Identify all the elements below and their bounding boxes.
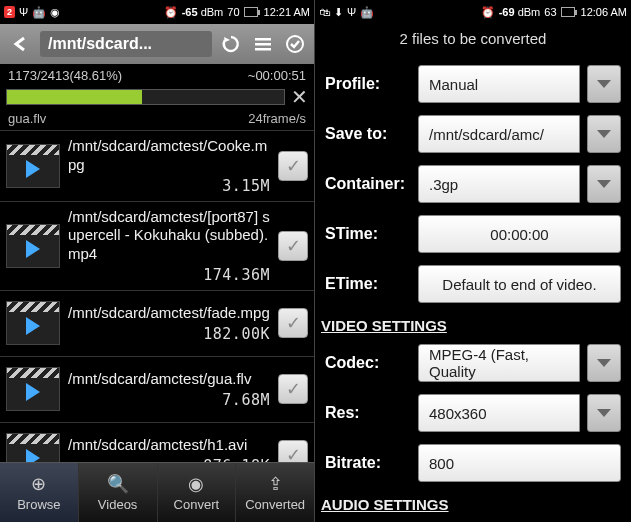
usb-icon: Ψ bbox=[347, 6, 356, 18]
label-bitrate: Bitrate: bbox=[325, 454, 410, 472]
checkmark-icon: ✓ bbox=[286, 155, 301, 177]
file-list[interactable]: /mnt/sdcard/amctest/Cooke.mpg 3.15M ✓ /m… bbox=[0, 130, 314, 488]
file-path: /mnt/sdcard/amctest/gua.flv bbox=[68, 370, 270, 389]
progress-meta: gua.flv 24frame/s bbox=[0, 111, 314, 130]
list-item[interactable]: /mnt/sdcard/amctest/fade.mpg 182.00K ✓ bbox=[0, 290, 314, 356]
bottom-nav: ⊕ Browse 🔍 Videos ◉ Convert ⇪ Converted bbox=[0, 462, 314, 522]
progress-counter: 1173/2413(48.61%) bbox=[8, 68, 122, 83]
download-icon: ⬇ bbox=[334, 6, 343, 19]
profile-select[interactable]: Manual bbox=[418, 65, 580, 103]
profile-dropdown-button[interactable] bbox=[587, 65, 621, 103]
video-thumb-icon bbox=[6, 301, 60, 345]
label-stime: STime: bbox=[325, 225, 410, 243]
chevron-down-icon bbox=[597, 80, 611, 88]
file-path: /mnt/sdcard/amctest/[port87] supercell -… bbox=[68, 208, 270, 264]
battery-pct: 63 bbox=[544, 6, 556, 18]
audio-settings-header: AUDIO SETTINGS bbox=[315, 488, 631, 517]
browse-icon: ⊕ bbox=[31, 473, 46, 495]
file-path: /mnt/sdcard/amctest/fade.mpg bbox=[68, 304, 270, 323]
label-codec: Codec: bbox=[325, 354, 410, 372]
svg-rect-0 bbox=[255, 38, 271, 41]
battery-icon bbox=[244, 7, 260, 17]
convert-settings-screen: 🛍 ⬇ Ψ 🤖 ⏰ -69 dBm 63 12:06 AM 2 files to… bbox=[315, 0, 631, 522]
file-path: /mnt/sdcard/amctest/Cooke.mpg bbox=[68, 137, 270, 175]
list-item[interactable]: /mnt/sdcard/amctest/gua.flv 7.68M ✓ bbox=[0, 356, 314, 422]
check-all-button[interactable] bbox=[282, 31, 308, 57]
label-etime: ETime: bbox=[325, 275, 410, 293]
toolbar: /mnt/sdcard... bbox=[0, 24, 314, 64]
back-button[interactable] bbox=[6, 30, 34, 58]
nav-label: Videos bbox=[98, 497, 138, 512]
res-select[interactable]: 480x360 bbox=[418, 394, 580, 432]
svg-rect-2 bbox=[255, 48, 271, 51]
list-item[interactable]: /mnt/sdcard/amctest/[port87] supercell -… bbox=[0, 201, 314, 290]
battery-pct: 70 bbox=[227, 6, 239, 18]
file-size: 3.15M bbox=[68, 177, 270, 195]
clock: 12:06 AM bbox=[581, 6, 627, 18]
android-icon: 🤖 bbox=[32, 6, 46, 19]
refresh-button[interactable] bbox=[218, 31, 244, 57]
stime-field[interactable]: 00:00:00 bbox=[418, 215, 621, 253]
file-size: 174.36M bbox=[68, 266, 270, 284]
file-checkbox[interactable]: ✓ bbox=[278, 151, 308, 181]
current-file: gua.flv bbox=[8, 111, 46, 126]
search-icon: 🔍 bbox=[107, 473, 129, 495]
codec-dropdown-button[interactable] bbox=[587, 344, 621, 382]
convert-queue-count: 2 files to be converted bbox=[315, 24, 631, 59]
codec-select[interactable]: MPEG-4 (Fast, Quality bbox=[418, 344, 580, 382]
usb-icon: Ψ bbox=[19, 6, 28, 18]
nav-label: Converted bbox=[245, 497, 305, 512]
label-saveto: Save to: bbox=[325, 125, 410, 143]
nav-converted[interactable]: ⇪ Converted bbox=[236, 463, 314, 522]
file-checkbox[interactable]: ✓ bbox=[278, 231, 308, 261]
video-thumb-icon bbox=[6, 367, 60, 411]
converted-icon: ⇪ bbox=[268, 473, 283, 495]
browse-screen: 2 Ψ 🤖 ◉ ⏰ -65 dBm 70 12:21 AM /mnt/sdcar… bbox=[0, 0, 315, 522]
container-dropdown-button[interactable] bbox=[587, 165, 621, 203]
file-size: 7.68M bbox=[68, 391, 270, 409]
nav-browse[interactable]: ⊕ Browse bbox=[0, 463, 79, 522]
nav-videos[interactable]: 🔍 Videos bbox=[79, 463, 158, 522]
status-bar-right: 🛍 ⬇ Ψ 🤖 ⏰ -69 dBm 63 12:06 AM bbox=[315, 0, 631, 24]
notification-badge: 2 bbox=[4, 6, 15, 18]
file-checkbox[interactable]: ✓ bbox=[278, 308, 308, 338]
video-settings-header: VIDEO SETTINGS bbox=[315, 309, 631, 338]
list-item[interactable]: /mnt/sdcard/amctest/Cooke.mpg 3.15M ✓ bbox=[0, 130, 314, 201]
path-display[interactable]: /mnt/sdcard... bbox=[40, 31, 212, 57]
menu-button[interactable] bbox=[250, 31, 276, 57]
label-res: Res: bbox=[325, 404, 410, 422]
checkmark-icon: ✓ bbox=[286, 378, 301, 400]
svg-rect-1 bbox=[255, 43, 271, 46]
nav-label: Convert bbox=[174, 497, 220, 512]
nav-label: Browse bbox=[17, 497, 60, 512]
video-thumb-icon bbox=[6, 144, 60, 188]
checkmark-icon: ✓ bbox=[286, 235, 301, 257]
file-path: /mnt/sdcard/amctest/h1.avi bbox=[68, 436, 270, 455]
android-icon: 🤖 bbox=[360, 6, 374, 19]
progress-info: 1173/2413(48.61%) ~00:00:51 bbox=[0, 64, 314, 85]
chevron-down-icon bbox=[597, 130, 611, 138]
nav-convert[interactable]: ◉ Convert bbox=[158, 463, 237, 522]
container-select[interactable]: .3gp bbox=[418, 165, 580, 203]
label-profile: Profile: bbox=[325, 75, 410, 93]
file-checkbox[interactable]: ✓ bbox=[278, 374, 308, 404]
fps-display: 24frame/s bbox=[248, 111, 306, 126]
cancel-progress-button[interactable]: ✕ bbox=[291, 85, 308, 109]
saveto-dropdown-button[interactable] bbox=[587, 115, 621, 153]
chevron-down-icon bbox=[597, 359, 611, 367]
alarm-icon: ⏰ bbox=[481, 6, 495, 19]
chevron-down-icon bbox=[597, 180, 611, 188]
clock: 12:21 AM bbox=[264, 6, 310, 18]
signal-unit: dBm bbox=[518, 6, 541, 18]
bitrate-field[interactable]: 800 bbox=[418, 444, 621, 482]
etime-field[interactable]: Default to end of video. bbox=[418, 265, 621, 303]
progress-bar bbox=[6, 89, 285, 105]
signal-dbm: -69 bbox=[499, 6, 515, 18]
res-dropdown-button[interactable] bbox=[587, 394, 621, 432]
saveto-field[interactable]: /mnt/sdcard/amc/ bbox=[418, 115, 580, 153]
file-size: 182.00K bbox=[68, 325, 270, 343]
sync-icon: ◉ bbox=[50, 6, 60, 19]
video-thumb-icon bbox=[6, 224, 60, 268]
signal-unit: dBm bbox=[201, 6, 224, 18]
progress-eta: ~00:00:51 bbox=[248, 68, 306, 83]
